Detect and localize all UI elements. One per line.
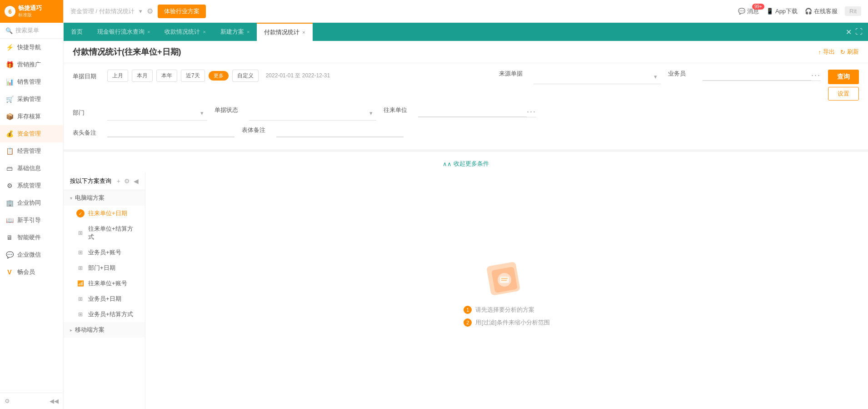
logo-name: 畅捷通巧 bbox=[18, 5, 42, 12]
dept-filter-select[interactable] bbox=[107, 106, 207, 121]
dept-input[interactable] bbox=[111, 108, 199, 118]
source-chevron-icon bbox=[654, 73, 657, 80]
status-input[interactable] bbox=[253, 108, 368, 118]
sidebar-settings-icon[interactable]: ⚙ bbox=[5, 398, 10, 404]
salesman-more-icon[interactable]: ··· bbox=[811, 71, 821, 80]
message-button[interactable]: 💬 消息 99+ bbox=[738, 7, 759, 15]
dept-filter-label: 部门 bbox=[73, 106, 100, 117]
tab-home[interactable]: 首页 bbox=[64, 23, 90, 41]
scheme-item-salesman-date[interactable]: ⊞ 业务员+日期 bbox=[64, 291, 145, 307]
sidebar-item-label: 畅会员 bbox=[17, 268, 35, 276]
date-btn-more[interactable]: 更多 bbox=[209, 71, 229, 81]
partner-input[interactable] bbox=[418, 106, 527, 117]
filter-row-1: 单据日期 上月 本月 本年 近7天 更多 自定义 2022-01-01 至 20… bbox=[73, 70, 859, 101]
search-label: 搜索菜单 bbox=[15, 26, 39, 35]
sidebar-item-hardware[interactable]: 🖥 智能硬件 bbox=[0, 229, 63, 246]
scheme-desktop-label: 电脑端方案 bbox=[75, 194, 105, 202]
tab-receipt-stats[interactable]: 收款情况统计 × bbox=[157, 23, 213, 41]
date-btn-this-year[interactable]: 本年 bbox=[156, 70, 177, 82]
tab-payment-stats-label: 付款情况统计 bbox=[264, 28, 299, 36]
setting-button[interactable]: 设置 bbox=[828, 87, 859, 101]
tab-bank-flow-close[interactable]: × bbox=[147, 29, 150, 35]
export-button[interactable]: ↑ 导出 bbox=[818, 48, 835, 56]
sidebar-item-purchase[interactable]: 🛒 采购管理 bbox=[0, 91, 63, 108]
status-filter-select[interactable] bbox=[249, 106, 376, 121]
tab-payment-stats[interactable]: 付款情况统计 × bbox=[257, 23, 312, 41]
collapse-label: 收起更多条件 bbox=[454, 160, 489, 168]
scheme-desktop-group-title[interactable]: ▾ 电脑端方案 bbox=[64, 190, 145, 206]
sidebar-item-guide[interactable]: 📖 新手引导 bbox=[0, 212, 63, 229]
filter-row-2: 部门 单据状态 往来单位 ··· bbox=[73, 106, 859, 121]
scheme-item-salesman-settle[interactable]: ⊞ 业务员+结算方式 bbox=[64, 307, 145, 322]
empty-state: 1 请先选择要分析的方案 2 用[过滤]条件来缩小分析范围 bbox=[464, 255, 549, 327]
salesman-input[interactable] bbox=[703, 70, 811, 81]
topbar-chevron-icon[interactable]: ▾ bbox=[139, 8, 142, 15]
scheme-item-dept-date[interactable]: ⊞ 部门+日期 bbox=[64, 260, 145, 276]
status-chevron-icon bbox=[369, 110, 373, 116]
tab-maximize-icon[interactable]: ⛶ bbox=[855, 28, 863, 36]
scheme-item-partner-account[interactable]: 📶 往来单位+账号 bbox=[64, 276, 145, 291]
sidebar-item-capital[interactable]: 💰 资金管理 bbox=[0, 125, 63, 142]
sidebar-collapse-icon[interactable]: ◀◀ bbox=[50, 398, 59, 404]
tab-new-scheme-close[interactable]: × bbox=[247, 29, 249, 35]
query-button[interactable]: 查询 bbox=[828, 70, 859, 84]
date-btn-custom[interactable]: 自定义 bbox=[232, 70, 259, 82]
trial-button[interactable]: 体验行业方案 bbox=[158, 5, 206, 18]
sidebar-bottom: ⚙ ◀◀ bbox=[0, 393, 63, 409]
topbar-settings-icon[interactable]: ⚙ bbox=[147, 7, 153, 15]
scheme-item-label: 业务员+账号 bbox=[88, 248, 121, 257]
sidebar-item-basic[interactable]: 🗃 基础信息 bbox=[0, 160, 63, 177]
scheme-item-partner-date[interactable]: ✓ 往来单位+日期 bbox=[64, 206, 145, 221]
hint-num-1: 1 bbox=[464, 306, 472, 314]
scheme-collapse-icon[interactable]: ◀ bbox=[134, 177, 139, 185]
sidebar-item-label: 资金管理 bbox=[17, 130, 41, 138]
refresh-button[interactable]: ↻ 刷新 bbox=[840, 48, 859, 56]
sidebar-search[interactable]: 🔍 搜索菜单 bbox=[0, 23, 63, 39]
sidebar-item-marketing[interactable]: 🎁 营销推广 bbox=[0, 56, 63, 73]
service-label: 在线客服 bbox=[814, 7, 838, 15]
sidebar-item-inventory[interactable]: 📦 库存核算 bbox=[0, 108, 63, 125]
app-icon: 📱 bbox=[766, 8, 773, 15]
date-filter-label: 单据日期 bbox=[73, 70, 100, 81]
tab-bank-flow-label: 现金银行流水查询 bbox=[97, 28, 145, 36]
main-area: 资金管理 / 付款情况统计 ▾ ⚙ 体验行业方案 💬 消息 99+ 📱 App下… bbox=[64, 0, 868, 409]
enterprise-icon: 🏢 bbox=[5, 199, 14, 207]
collapse-button[interactable]: ∧∧ 收起更多条件 bbox=[443, 160, 489, 168]
sidebar-item-system[interactable]: ⚙ 系统管理 bbox=[0, 177, 63, 194]
date-btn-this-month[interactable]: 本月 bbox=[132, 70, 153, 82]
source-input[interactable] bbox=[537, 71, 652, 82]
app-download-button[interactable]: 📱 App下载 bbox=[766, 7, 798, 15]
source-filter-select[interactable] bbox=[534, 70, 661, 84]
scheme-settings-icon[interactable]: ⚙ bbox=[124, 177, 130, 185]
tab-bank-flow[interactable]: 现金银行流水查询 × bbox=[90, 23, 157, 41]
scheme-active-dot: ✓ bbox=[76, 209, 85, 217]
svg-rect-3 bbox=[500, 277, 509, 283]
user-menu[interactable]: Rit bbox=[845, 6, 861, 16]
sidebar-item-operation[interactable]: 📋 经营管理 bbox=[0, 142, 63, 160]
tab-payment-stats-close[interactable]: × bbox=[302, 30, 305, 35]
purchase-icon: 🛒 bbox=[5, 95, 14, 103]
sidebar-item-quick-nav[interactable]: ⚡ 快捷导航 bbox=[0, 39, 63, 56]
sidebar-item-wechat[interactable]: 💬 企业微信 bbox=[0, 246, 63, 263]
status-filter-label: 单据状态 bbox=[215, 106, 242, 114]
sidebar-item-label: 系统管理 bbox=[17, 182, 41, 190]
scheme-add-icon[interactable]: + bbox=[117, 177, 120, 185]
body-note-input[interactable] bbox=[276, 126, 404, 137]
date-btn-7days[interactable]: 近7天 bbox=[181, 70, 205, 82]
tab-receipt-stats-close[interactable]: × bbox=[203, 29, 205, 35]
filter-row-3: 表头备注 表体备注 bbox=[73, 126, 859, 137]
sidebar-item-enterprise[interactable]: 🏢 企业协同 bbox=[0, 194, 63, 212]
tab-new-scheme[interactable]: 新建方案 × bbox=[213, 23, 257, 41]
tabs-right-actions: ✕ ⛶ bbox=[840, 28, 868, 36]
quick-nav-icon: ⚡ bbox=[5, 43, 14, 51]
scheme-item-salesman-account[interactable]: ⊞ 业务员+账号 bbox=[64, 245, 145, 260]
sidebar-item-sales[interactable]: 📊 销售管理 bbox=[0, 73, 63, 91]
scheme-mobile-group-title[interactable]: ▸ 移动端方案 bbox=[64, 322, 145, 338]
partner-more-icon[interactable]: ··· bbox=[527, 107, 536, 116]
service-button[interactable]: 🎧 在线客服 bbox=[805, 7, 838, 15]
date-btn-last-month[interactable]: 上月 bbox=[107, 70, 128, 82]
scheme-item-partner-settle[interactable]: ⊞ 往来单位+结算方式 bbox=[64, 221, 145, 245]
sidebar-item-vip[interactable]: V 畅会员 bbox=[0, 263, 63, 281]
header-note-input[interactable] bbox=[107, 126, 234, 137]
tab-close-all-icon[interactable]: ✕ bbox=[846, 28, 852, 36]
